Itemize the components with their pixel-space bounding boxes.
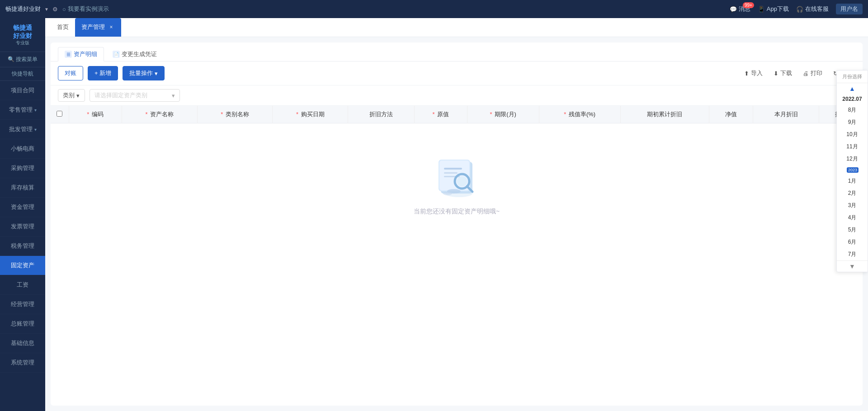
online-service-button[interactable]: 🎧 在线客服 [796, 5, 829, 13]
th-original-value-label: 原值 [437, 111, 449, 118]
th-accumulated-depreciation-label: 期初累计折旧 [647, 111, 682, 118]
th-purchase-date-label: 购买日期 [301, 111, 325, 118]
message-button[interactable]: 💬 消息 99+ [730, 5, 750, 13]
month-panel: 月份选择 ▲ 2022.07 8月 9月 10月 11月 12月 2023 1月… [836, 70, 868, 272]
th-category: * 类别名称 [197, 106, 273, 123]
sidebar-item-capital[interactable]: 资金管理 [0, 198, 45, 217]
category-filter-select[interactable]: 类别 ▾ [58, 89, 85, 102]
month-item-7[interactable]: 7月 [837, 248, 868, 260]
tab-asset-management-label: 资产管理 [81, 23, 105, 31]
category-filter-label: 类别 [63, 91, 75, 99]
sidebar-item-wholesale[interactable]: 批发管理 ▾ [0, 120, 45, 139]
add-button[interactable]: + 新增 [88, 66, 118, 80]
demo-label: 我要看实例演示 [68, 5, 109, 13]
sidebar-search[interactable]: 🔍 搜索菜单 [0, 52, 45, 67]
sidebar-item-purchase[interactable]: 采购管理 [0, 159, 45, 178]
month-panel-down-btn[interactable]: ▼ [849, 263, 855, 270]
month-item-5[interactable]: 5月 [837, 224, 868, 236]
sidebar-item-basic-info[interactable]: 基础信息 [0, 334, 45, 353]
sidebar-item-ecommerce[interactable]: 小畅电商 [0, 139, 45, 159]
th-code: * 编码 [69, 106, 122, 123]
month-panel-title: 月份选择 [837, 71, 868, 83]
sidebar-item-invoice[interactable]: 发票管理 [0, 217, 45, 236]
download-button[interactable]: ⬇ 下载 [770, 67, 796, 79]
month-item-6[interactable]: 6月 [837, 236, 868, 248]
company-name: 畅捷通好业财 [5, 5, 41, 13]
th-period-label: 期限(月) [495, 111, 516, 118]
tab-home[interactable]: 首页 [51, 18, 75, 37]
sidebar-quick-nav[interactable]: 快捷导航 [0, 67, 45, 81]
sidebar-item-label: 零售管理 [9, 106, 33, 114]
demo-link[interactable]: ○ 我要看实例演示 [62, 5, 109, 13]
month-item-1[interactable]: 1月 [837, 175, 868, 187]
sidebar-item-project[interactable]: 项目合同 [0, 81, 45, 100]
month-item-12[interactable]: 12月 [837, 153, 868, 165]
sidebar-item-label: 小畅电商 [11, 145, 34, 153]
required-mark: * [432, 111, 434, 118]
required-mark: * [564, 111, 566, 118]
sidebar-item-label: 资金管理 [11, 203, 34, 211]
subtab-change-voucher[interactable]: 📄 变更生成凭证 [106, 47, 164, 61]
sidebar-item-retail[interactable]: 零售管理 ▾ [0, 100, 45, 120]
month-item-10[interactable]: 10月 [837, 128, 868, 141]
import-icon: ⬆ [744, 70, 749, 77]
reconcile-button[interactable]: 对账 [58, 66, 83, 80]
sidebar-item-label: 经营管理 [11, 300, 34, 308]
settings-icon[interactable]: ⚙ [52, 6, 58, 13]
content-area: 首页 资产管理 × ☰ 资产明细 📄 变更生成凭证 [45, 18, 868, 411]
svg-point-11 [443, 192, 452, 195]
month-panel-up-btn[interactable]: ▲ [847, 84, 857, 93]
th-name-label: 资产名称 [150, 111, 174, 118]
doc-icon: 📄 [113, 51, 120, 58]
sidebar-item-label: 基础信息 [11, 339, 34, 347]
chevron-down-icon: ▾ [34, 108, 37, 113]
sidebar-item-label: 固定资产 [11, 261, 34, 269]
select-all-checkbox[interactable] [57, 111, 62, 117]
tab-asset-management[interactable]: 资产管理 × [75, 18, 121, 37]
sidebar-item-inventory[interactable]: 库存核算 [0, 178, 45, 198]
th-code-label: 编码 [92, 111, 104, 118]
empty-illustration [429, 151, 484, 200]
import-button[interactable]: ⬆ 导入 [741, 67, 766, 79]
headset-icon: 🎧 [796, 6, 803, 13]
svg-rect-4 [444, 168, 462, 170]
category-input-placeholder: 请选择固定资产类别 [94, 91, 147, 99]
print-button[interactable]: 🖨 打印 [799, 67, 826, 79]
month-item-11[interactable]: 11月 [837, 141, 868, 153]
month-item-2[interactable]: 2月 [837, 187, 868, 199]
th-residual-rate: * 残值率(%) [539, 106, 621, 123]
category-filter-input[interactable]: 请选择固定资产类别 ▾ [90, 89, 180, 102]
month-panel-nav: ▲ [837, 83, 868, 94]
month-item-8[interactable]: 8月 [837, 104, 868, 116]
batch-button[interactable]: 批量操作 ▾ [123, 66, 165, 80]
month-item-2023-badge: 2023 [837, 165, 868, 175]
company-dropdown-icon[interactable]: ▼ [44, 7, 49, 12]
download-label: 下载 [780, 69, 792, 77]
app-download-button[interactable]: 📱 App下载 [758, 5, 789, 13]
month-panel-year: 2022.07 [837, 94, 868, 104]
app-edition: 专业版 [4, 40, 42, 46]
th-original-value: * 原值 [414, 106, 467, 123]
tab-close-button[interactable]: × [108, 24, 115, 31]
month-item-3[interactable]: 3月 [837, 199, 868, 212]
sidebar-item-label: 工资 [17, 281, 28, 289]
download-icon: ⬇ [774, 70, 778, 77]
th-purchase-date: * 购买日期 [273, 106, 348, 123]
month-item-9[interactable]: 9月 [837, 116, 868, 128]
table-area: * 编码 * 资产名称 * 类别名称 [51, 106, 863, 406]
sidebar-item-tax[interactable]: 税务管理 [0, 236, 45, 256]
month-item-4[interactable]: 4月 [837, 212, 868, 224]
th-monthly-depreciation: 本月折旧 [753, 106, 819, 123]
phone-icon: 📱 [758, 6, 765, 13]
sidebar-item-ledger[interactable]: 总账管理 [0, 314, 45, 334]
sidebar-item-fixed-assets[interactable]: 固定资产 [0, 256, 45, 275]
app-download-label: App下载 [767, 5, 789, 13]
required-mark: * [221, 111, 223, 118]
tab-home-label: 首页 [57, 23, 69, 31]
user-avatar[interactable]: 用户名 [836, 4, 863, 14]
subtab-asset-detail[interactable]: ☰ 资产明细 [58, 47, 104, 61]
sidebar-item-system[interactable]: 系统管理 [0, 353, 45, 373]
sidebar-item-operation[interactable]: 经营管理 [0, 295, 45, 314]
sidebar-item-salary[interactable]: 工资 [0, 275, 45, 295]
print-label: 打印 [811, 69, 822, 77]
